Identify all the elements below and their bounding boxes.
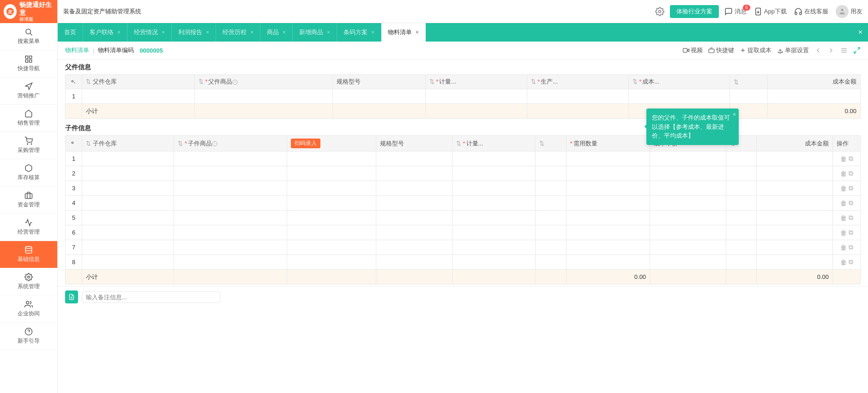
app-download-item[interactable]: App下载 (754, 7, 787, 16)
sidebar-item-basic[interactable]: 基础信息 (0, 241, 57, 268)
child-row-qty-1[interactable] (566, 166, 650, 181)
child-row-product-6[interactable] (174, 240, 287, 255)
sidebar-item-guide[interactable]: 新手引导 (0, 323, 57, 350)
tab-history[interactable]: 经营历程 × (216, 23, 260, 42)
sidebar-item-system[interactable]: 系统管理 (0, 268, 57, 296)
parent-row-cost[interactable] (628, 89, 730, 104)
child-row-price-3[interactable] (650, 196, 726, 211)
child-row-product-3[interactable] (174, 196, 287, 211)
menu-icon[interactable] (840, 47, 848, 54)
child-row-unit-1[interactable] (452, 166, 535, 181)
child-row-warehouse-4[interactable] (82, 211, 174, 225)
child-row-unit-4[interactable] (452, 211, 535, 225)
child-row-unit-5[interactable] (452, 225, 535, 240)
child-row-sort-1[interactable] (535, 166, 566, 181)
child-row-spec-2[interactable] (376, 181, 452, 196)
parent-col-settings[interactable] (66, 75, 82, 89)
scan-button[interactable]: 扫码录入 (291, 139, 320, 148)
tab-profit-close[interactable]: × (206, 29, 209, 36)
child-row-product-2[interactable] (174, 181, 287, 196)
tab-customer-close[interactable]: × (117, 29, 121, 36)
child-row-warehouse-5[interactable] (82, 225, 174, 240)
child-row-spec-7[interactable] (376, 255, 452, 270)
child-row-unit-2[interactable] (452, 181, 535, 196)
child-row-sort-6[interactable] (535, 240, 566, 255)
tab-history-close[interactable]: × (250, 29, 253, 36)
child-row-scan-2[interactable] (287, 181, 376, 196)
child-row-sort-2[interactable] (535, 181, 566, 196)
sidebar-item-operation[interactable]: 经营管理 (0, 214, 57, 241)
note-input[interactable] (82, 291, 220, 303)
copy-icon-3[interactable]: ⧉ (849, 199, 853, 207)
tooltip-close[interactable]: × (733, 110, 736, 119)
child-row-sort-3[interactable] (535, 196, 566, 211)
note-icon[interactable] (65, 290, 78, 303)
child-row-price-1[interactable] (650, 166, 726, 181)
child-row-scan-3[interactable] (287, 196, 376, 211)
child-row-spec-3[interactable] (376, 196, 452, 211)
tab-profit[interactable]: 利润报告 × (172, 23, 216, 42)
child-row-qty-6[interactable] (566, 240, 650, 255)
child-row-unit-0[interactable] (452, 151, 535, 166)
child-row-product-4[interactable] (174, 211, 287, 225)
tab-customer[interactable]: 客户联络 × (83, 23, 127, 42)
child-row-sort-5[interactable] (535, 225, 566, 240)
delete-icon-1[interactable]: 🗑 (840, 170, 847, 177)
service-item[interactable]: 在线客服 (794, 7, 828, 16)
sidebar-item-corp[interactable]: 企业协同 (0, 296, 57, 323)
child-row-scan-4[interactable] (287, 211, 376, 225)
child-row-qty-5[interactable] (566, 225, 650, 240)
child-row-qty-3[interactable] (566, 196, 650, 211)
child-row-spec-6[interactable] (376, 240, 452, 255)
child-row-product-1[interactable] (174, 166, 287, 181)
tab-operation-close[interactable]: × (162, 29, 165, 36)
child-row-product-5[interactable] (174, 225, 287, 240)
tab-bom-close[interactable]: × (416, 29, 419, 36)
copy-icon-2[interactable]: ⧉ (849, 184, 853, 192)
child-row-unit-6[interactable] (452, 240, 535, 255)
copy-icon-0[interactable]: ⧉ (849, 155, 853, 163)
sidebar-item-purchase[interactable]: 采购管理 (0, 132, 57, 159)
tab-barcode[interactable]: 条码方案 × (337, 23, 381, 42)
child-row-price-2[interactable] (650, 181, 726, 196)
tab-goods-close[interactable]: × (283, 29, 286, 36)
child-row-price-5[interactable] (650, 225, 726, 240)
child-row-unit-3[interactable] (452, 196, 535, 211)
delete-icon-5[interactable]: 🗑 (840, 229, 847, 236)
child-row-sort-7[interactable] (535, 255, 566, 270)
child-row-product-0[interactable] (174, 151, 287, 166)
next-icon[interactable] (827, 47, 835, 54)
child-row-spec-5[interactable] (376, 225, 452, 240)
child-row-spec-1[interactable] (376, 166, 452, 181)
sidebar-item-sales[interactable]: 销售管理 (0, 105, 57, 132)
child-row-qty-7[interactable] (566, 255, 650, 270)
child-row-warehouse-6[interactable] (82, 240, 174, 255)
breadcrumb-current[interactable]: 物料清单 (65, 46, 89, 54)
child-row-scan-6[interactable] (287, 240, 376, 255)
child-row-price-6[interactable] (650, 240, 726, 255)
tab-bom[interactable]: 物料清单 × (381, 23, 426, 42)
parent-row-sort[interactable] (730, 89, 768, 104)
delete-icon-0[interactable]: 🗑 (840, 155, 847, 163)
child-row-spec-0[interactable] (376, 151, 452, 166)
child-row-price-0[interactable] (650, 151, 726, 166)
delete-icon-3[interactable]: 🗑 (840, 200, 847, 207)
parent-row-warehouse[interactable] (82, 89, 195, 104)
sidebar-item-quick-nav[interactable]: 快捷导航 (0, 50, 57, 78)
child-col-settings[interactable] (66, 136, 82, 151)
tab-new-goods-close[interactable]: × (327, 29, 330, 36)
child-row-price-4[interactable] (650, 211, 726, 225)
copy-icon-5[interactable]: ⧉ (849, 229, 853, 236)
child-row-warehouse-3[interactable] (82, 196, 174, 211)
delete-icon-4[interactable]: 🗑 (840, 214, 847, 222)
parent-row-product[interactable] (194, 89, 332, 104)
copy-icon-7[interactable]: ⧉ (849, 258, 853, 266)
child-col-scan[interactable]: 扫码录入 (287, 136, 376, 151)
delete-icon-6[interactable]: 🗑 (840, 244, 847, 251)
message-item[interactable]: 消息 6 (724, 7, 747, 16)
child-row-product-7[interactable] (174, 255, 287, 270)
sidebar-item-finance[interactable]: 资金管理 (0, 187, 57, 214)
child-row-qty-4[interactable] (566, 211, 650, 225)
copy-icon-1[interactable]: ⧉ (849, 169, 853, 177)
user-menu[interactable]: 用友 (836, 5, 862, 18)
